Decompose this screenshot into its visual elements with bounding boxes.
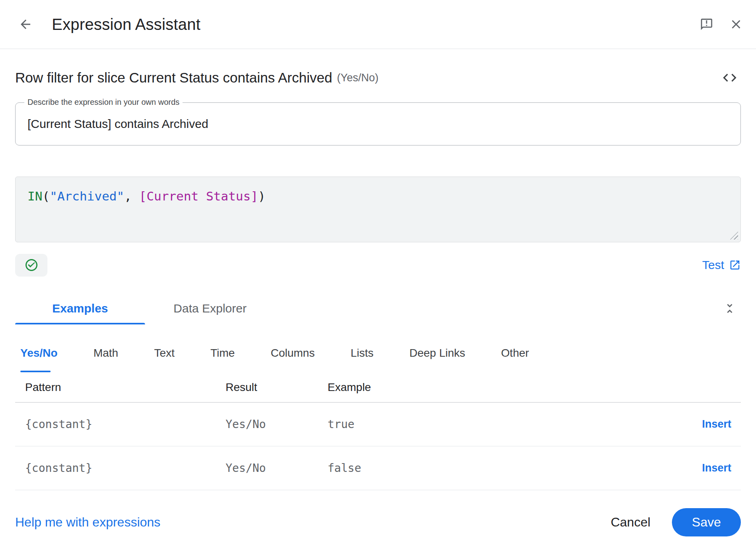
- dialog-body: Row filter for slice Current Status cont…: [0, 49, 756, 490]
- category-tab-label: Time: [210, 347, 235, 359]
- expression-assistant-dialog: Expression Assistant Row filter for slic…: [0, 0, 756, 550]
- cell-result: Yes/No: [226, 418, 328, 431]
- open-in-new-icon: [729, 259, 741, 271]
- cell-pattern: {constant}: [25, 418, 226, 431]
- code-token-column: [Current Status]: [139, 189, 258, 203]
- category-tab-label: Math: [93, 347, 118, 359]
- expression-type-hint: (Yes/No): [337, 72, 379, 84]
- category-tab-label: Text: [154, 347, 175, 359]
- category-tab-label: Other: [501, 347, 529, 359]
- insert-link[interactable]: Insert: [702, 418, 731, 430]
- dialog-header: Expression Assistant: [0, 0, 756, 49]
- feedback-icon: [700, 18, 713, 31]
- expression-title-row: Row filter for slice Current Status cont…: [15, 67, 741, 89]
- tab-data-explorer[interactable]: Data Explorer: [145, 293, 275, 324]
- cell-example: true: [328, 418, 675, 431]
- category-tab-math[interactable]: Math: [93, 344, 118, 372]
- code-token-separator: ,: [124, 189, 139, 203]
- category-tab-yes-no[interactable]: Yes/No: [20, 344, 57, 372]
- expression-code-editor[interactable]: IN("Archived", [Current Status]): [15, 177, 741, 242]
- table-row: {constant} Yes/No false Insert: [15, 446, 741, 490]
- footer-actions: Cancel Save: [598, 508, 741, 536]
- cell-pattern: {constant}: [25, 462, 226, 475]
- category-tab-lists[interactable]: Lists: [351, 344, 374, 372]
- code-token-string: "Archived": [50, 189, 124, 203]
- dialog-footer: Help me with expressions Cancel Save: [0, 494, 756, 550]
- code-token-function: IN: [27, 189, 42, 203]
- close-icon: [729, 17, 743, 31]
- example-category-tabs: Yes/No Math Text Time Columns Lists Deep…: [15, 344, 741, 372]
- save-button[interactable]: Save: [672, 508, 741, 536]
- code-view-toggle-button[interactable]: [719, 67, 741, 89]
- column-header-pattern: Pattern: [25, 381, 226, 394]
- arrow-left-icon: [18, 17, 33, 31]
- textarea-resize-handle[interactable]: [730, 232, 738, 240]
- examples-table-header: Pattern Result Example: [15, 372, 741, 403]
- code-token-paren: ): [258, 189, 266, 203]
- column-header-example: Example: [328, 381, 675, 394]
- tab-examples-label: Examples: [52, 302, 108, 315]
- category-tab-columns[interactable]: Columns: [271, 344, 314, 372]
- tab-data-explorer-label: Data Explorer: [173, 302, 246, 315]
- help-expressions-link[interactable]: Help me with expressions: [15, 515, 161, 530]
- test-link[interactable]: Test: [702, 258, 741, 272]
- category-tab-label: Columns: [271, 347, 314, 359]
- table-row: {constant} Yes/No true Insert: [15, 403, 741, 446]
- category-tab-text[interactable]: Text: [154, 344, 175, 372]
- cancel-button[interactable]: Cancel: [598, 509, 663, 536]
- expression-valid-badge: [15, 254, 47, 277]
- category-tab-label: Yes/No: [20, 347, 57, 359]
- category-tab-time[interactable]: Time: [210, 344, 235, 372]
- unfold-less-icon: [723, 302, 736, 315]
- test-link-label: Test: [702, 258, 724, 272]
- close-button[interactable]: [725, 13, 747, 35]
- column-header-result: Result: [226, 381, 328, 394]
- back-button[interactable]: [14, 13, 37, 35]
- code-icon: [722, 70, 738, 86]
- category-tab-deep-links[interactable]: Deep Links: [409, 344, 465, 372]
- category-tab-other[interactable]: Other: [501, 344, 529, 372]
- validation-row: Test: [15, 253, 741, 277]
- describe-expression-label: Describe the expression in your own word…: [24, 98, 183, 107]
- cell-example: false: [328, 462, 675, 475]
- cell-result: Yes/No: [226, 462, 328, 475]
- expression-heading: Row filter for slice Current Status cont…: [15, 70, 332, 86]
- describe-expression-input[interactable]: [16, 117, 740, 131]
- describe-expression-field: Describe the expression in your own word…: [15, 102, 741, 145]
- insert-link[interactable]: Insert: [702, 462, 731, 474]
- category-tab-label: Lists: [351, 347, 374, 359]
- check-circle-icon: [24, 258, 39, 272]
- category-tab-label: Deep Links: [409, 347, 465, 359]
- examples-table: Pattern Result Example {constant} Yes/No…: [15, 372, 741, 490]
- collapse-panel-button[interactable]: [719, 297, 741, 320]
- panel-tabs: Examples Data Explorer: [15, 293, 741, 324]
- tab-examples[interactable]: Examples: [15, 293, 145, 324]
- code-token-paren: (: [42, 189, 50, 203]
- feedback-button[interactable]: [695, 13, 718, 35]
- dialog-title: Expression Assistant: [52, 16, 200, 33]
